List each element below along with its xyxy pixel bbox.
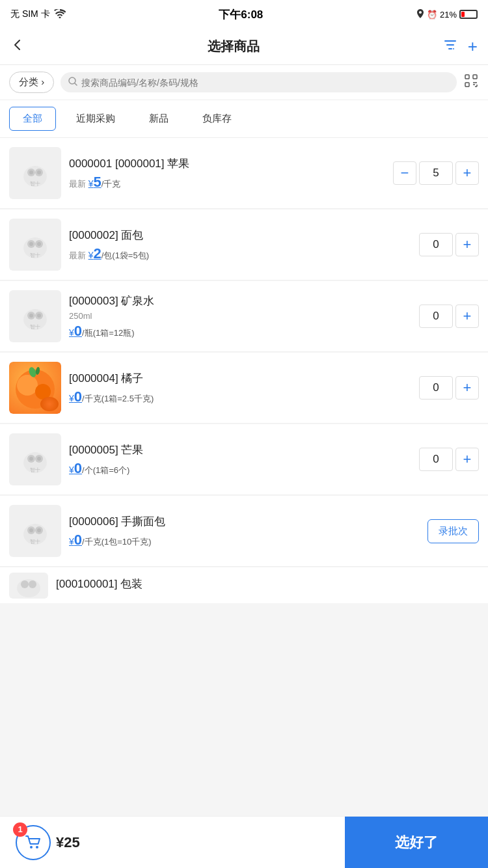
quantity-control: + (419, 233, 479, 256)
product-thumbnail: 智十 (9, 505, 61, 557)
increase-button[interactable]: + (455, 376, 479, 400)
product-name: [0000003] 矿泉水 (69, 293, 411, 308)
product-item: 智十 [0000006] 手撕面包 ¥0/千克(1包=10千克) 录批次 (0, 496, 488, 567)
status-left: 无 SIM 卡 (10, 8, 66, 20)
battery-icon (459, 10, 478, 19)
filter-button[interactable] (443, 38, 457, 56)
product-info: [0000005] 芒果 ¥0/个(1箱=6个) (69, 442, 411, 477)
svg-point-13 (37, 170, 41, 174)
nav-right: + (443, 36, 478, 57)
decrease-button[interactable]: − (393, 161, 416, 185)
filter-bar: 分类 › (0, 65, 488, 100)
product-price: 最新 ¥5/千克 (69, 174, 385, 191)
svg-point-19 (37, 242, 41, 246)
status-time: 下午6:08 (219, 7, 263, 22)
svg-point-35 (29, 457, 33, 461)
svg-rect-2 (465, 75, 469, 79)
quantity-control: + (419, 448, 479, 471)
svg-point-25 (37, 314, 41, 318)
svg-text:智十: 智十 (30, 252, 40, 258)
scan-button[interactable] (463, 73, 479, 92)
svg-text:智十: 智十 (30, 324, 40, 330)
svg-rect-3 (473, 75, 477, 79)
quantity-input[interactable] (419, 376, 453, 400)
tab-bar: 全部 近期采购 新品 负库存 (0, 100, 488, 138)
cart-badge: 1 (13, 822, 27, 837)
svg-line-1 (75, 83, 77, 85)
category-button[interactable]: 分类 › (9, 72, 54, 93)
nav-bar: 选择商品 + (0, 29, 488, 65)
nav-left (10, 38, 25, 56)
product-thumbnail: 智十 (9, 147, 61, 199)
quantity-input[interactable] (419, 305, 453, 328)
quantity-input[interactable] (419, 233, 453, 256)
product-name: [0000006] 手撕面包 (69, 514, 420, 529)
product-item: 智十 [0000003] 矿泉水 250ml ¥0/瓶(1箱=12瓶) + (0, 281, 488, 352)
svg-point-42 (37, 528, 41, 532)
product-image (9, 362, 61, 414)
add-button[interactable]: + (468, 36, 478, 57)
tab-negative[interactable]: 负库存 (189, 107, 245, 131)
product-name: 0000001 [0000001] 苹果 (69, 156, 385, 171)
svg-point-36 (37, 457, 41, 461)
product-item: [0000004] 橘子 ¥0/千克(1箱=2.5千克) + (0, 353, 488, 424)
search-icon (68, 77, 77, 88)
product-info: [0000004] 橘子 ¥0/千克(1箱=2.5千克) (69, 371, 411, 405)
cart-section: 1 ¥25 (0, 825, 345, 860)
svg-text:智十: 智十 (30, 181, 40, 187)
product-price: 最新 ¥2/包(1袋=5包) (69, 245, 411, 262)
search-input[interactable] (81, 77, 449, 88)
product-price: ¥0/千克(1箱=2.5千克) (69, 388, 411, 405)
svg-rect-4 (465, 83, 469, 87)
quantity-input[interactable] (419, 161, 453, 185)
svg-point-47 (30, 846, 33, 848)
svg-point-12 (29, 170, 33, 174)
product-name: [0000004] 橘子 (69, 371, 411, 386)
increase-button[interactable]: + (455, 233, 479, 256)
back-button[interactable] (10, 38, 25, 56)
increase-button[interactable]: + (455, 161, 479, 185)
bottom-bar: 1 ¥25 选好了 (0, 816, 488, 868)
cart-icon-wrap[interactable]: 1 (16, 825, 51, 860)
product-list: 智十 0000001 [0000001] 苹果 最新 ¥5/千克 − + (0, 138, 488, 658)
increase-button[interactable]: + (455, 448, 479, 471)
tab-all[interactable]: 全部 (9, 107, 56, 131)
svg-point-41 (29, 528, 33, 532)
product-thumbnail-partial (9, 573, 48, 599)
svg-point-24 (29, 314, 33, 318)
cart-total: ¥25 (56, 834, 80, 851)
product-item: 智十 0000001 [0000001] 苹果 最新 ¥5/千克 − + (0, 138, 488, 209)
quantity-input[interactable] (419, 448, 453, 471)
search-box (61, 72, 457, 92)
svg-point-45 (21, 580, 29, 588)
product-item: 智十 [0000002] 面包 最新 ¥2/包(1袋=5包) + (0, 210, 488, 280)
tab-recent[interactable]: 近期采购 (62, 107, 129, 131)
svg-point-46 (29, 580, 36, 588)
wifi-icon (54, 9, 66, 20)
product-thumbnail (9, 362, 61, 414)
carrier-label: 无 SIM 卡 (10, 8, 50, 20)
svg-point-18 (29, 242, 33, 246)
increase-button[interactable]: + (455, 305, 479, 328)
product-thumbnail: 智十 (9, 219, 61, 271)
location-icon (416, 9, 424, 20)
product-info: [0000002] 面包 最新 ¥2/包(1袋=5包) (69, 228, 411, 262)
product-name: [0000005] 芒果 (69, 442, 411, 457)
quantity-control: + (419, 305, 479, 328)
svg-text:智十: 智十 (30, 467, 40, 473)
status-right: ⏰ 21% (416, 9, 478, 20)
cart-icon (24, 834, 42, 852)
product-price: ¥0/千克(1包=10千克) (69, 532, 420, 549)
quantity-control: + (419, 376, 479, 400)
product-name: [0000002] 面包 (69, 228, 411, 243)
confirm-button[interactable]: 选好了 (345, 817, 488, 869)
quantity-control: − + (393, 161, 479, 185)
product-item-partial: [000100001] 包装 (0, 567, 488, 603)
product-thumbnail: 智十 (9, 433, 61, 485)
batch-button[interactable]: 录批次 (427, 519, 479, 543)
tab-new[interactable]: 新品 (135, 107, 182, 131)
page-title: 选择商品 (208, 38, 260, 55)
product-info: [0000003] 矿泉水 250ml ¥0/瓶(1箱=12瓶) (69, 293, 411, 340)
product-spec: 250ml (69, 311, 411, 321)
svg-point-44 (17, 579, 40, 597)
